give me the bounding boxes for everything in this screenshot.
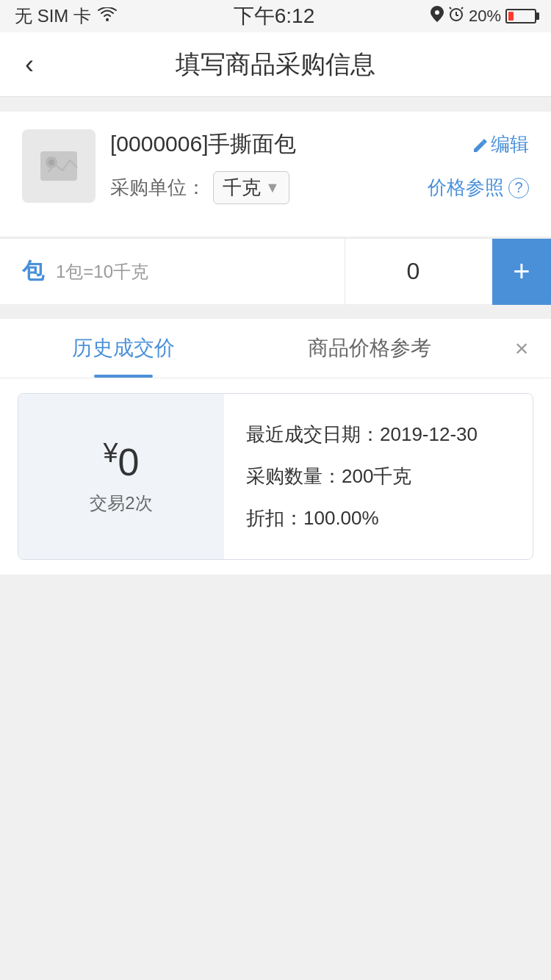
svg-point-0 bbox=[106, 18, 109, 21]
unit-value: 千克 bbox=[223, 175, 261, 201]
battery-icon bbox=[505, 9, 536, 24]
edit-label: 编辑 bbox=[491, 131, 529, 157]
page-title: 填写商品采购信息 bbox=[176, 48, 375, 82]
wifi-icon bbox=[97, 6, 118, 26]
location-icon bbox=[431, 6, 444, 26]
quantity-input[interactable] bbox=[345, 239, 492, 305]
product-section: [0000006]手撕面包 编辑 采购单位： 千克 ▼ bbox=[0, 112, 551, 237]
package-ratio-label: 1包=10千克 bbox=[56, 260, 148, 284]
discount-label: 折扣： bbox=[246, 507, 303, 529]
tab-history-price[interactable]: 历史成交价 bbox=[0, 319, 246, 378]
status-bar: 无 SIM 卡 下午6:12 bbox=[0, 0, 551, 32]
purchase-qty-label: 采购数量： bbox=[246, 465, 342, 487]
svg-point-1 bbox=[435, 10, 439, 15]
help-icon: ? bbox=[508, 178, 529, 198]
tabs-close-button[interactable]: × bbox=[492, 319, 551, 378]
product-header: [0000006]手撕面包 编辑 采购单位： 千克 ▼ bbox=[22, 129, 529, 204]
nav-bar: ‹ 填写商品采购信息 bbox=[0, 32, 551, 97]
svg-point-9 bbox=[48, 159, 54, 165]
carrier-label: 无 SIM 卡 bbox=[15, 4, 91, 28]
status-right: 20% bbox=[431, 6, 536, 26]
alarm-icon bbox=[448, 6, 464, 26]
back-button[interactable]: ‹ bbox=[18, 42, 41, 87]
tabs-header: 历史成交价 商品价格参考 × bbox=[0, 319, 551, 378]
purchase-qty-value: 200千克 bbox=[342, 465, 411, 487]
package-icon: 包 bbox=[22, 256, 44, 287]
price-card-left: ¥0 交易2次 bbox=[18, 394, 224, 559]
status-left: 无 SIM 卡 bbox=[15, 4, 118, 28]
battery-percent: 20% bbox=[469, 7, 501, 26]
product-thumbnail bbox=[22, 129, 96, 203]
price-card: ¥0 交易2次 最近成交日期：2019-12-30 采购数量：200千克 折扣：… bbox=[18, 393, 533, 560]
price-card-area: ¥0 交易2次 最近成交日期：2019-12-30 采购数量：200千克 折扣：… bbox=[0, 378, 551, 574]
tabs-section: 历史成交价 商品价格参考 × ¥0 交易2次 最近成交日期：2019-12-30 bbox=[0, 319, 551, 574]
main-content: [0000006]手撕面包 编辑 采购单位： 千克 ▼ bbox=[0, 112, 551, 980]
tab-price-reference[interactable]: 商品价格参考 bbox=[246, 319, 492, 378]
price-ref-label: 价格参照 bbox=[428, 175, 504, 201]
price-card-right: 最近成交日期：2019-12-30 采购数量：200千克 折扣：100.00% bbox=[224, 394, 533, 559]
tab-reference-label: 商品价格参考 bbox=[308, 334, 431, 362]
edit-button[interactable]: 编辑 bbox=[472, 131, 529, 157]
status-time: 下午6:12 bbox=[234, 2, 315, 30]
price-reference-button[interactable]: 价格参照 ? bbox=[428, 175, 529, 201]
quantity-section: 包 1包=10千克 + bbox=[0, 238, 551, 304]
trade-count: 交易2次 bbox=[90, 491, 152, 515]
discount-value: 100.00% bbox=[303, 507, 379, 529]
quantity-input-area: + bbox=[345, 239, 551, 304]
purchase-unit-label: 采购单位： bbox=[110, 175, 206, 201]
unit-select[interactable]: 千克 ▼ bbox=[213, 171, 289, 204]
currency-symbol: ¥ bbox=[104, 438, 118, 468]
purchase-unit-row: 采购单位： 千克 ▼ 价格参照 ? bbox=[110, 171, 529, 204]
purchase-qty-row: 采购数量：200千克 bbox=[246, 462, 511, 491]
tab-history-label: 历史成交价 bbox=[72, 334, 175, 362]
recent-date-value: 2019-12-30 bbox=[380, 423, 478, 445]
svg-line-6 bbox=[461, 7, 463, 9]
product-info: [0000006]手撕面包 编辑 采购单位： 千克 ▼ bbox=[110, 129, 529, 204]
svg-line-5 bbox=[450, 7, 451, 9]
recent-date-row: 最近成交日期：2019-12-30 bbox=[246, 420, 511, 449]
discount-row: 折扣：100.00% bbox=[246, 504, 511, 533]
price-amount: ¥0 bbox=[104, 438, 140, 484]
quantity-plus-button[interactable]: + bbox=[492, 239, 551, 305]
chevron-down-icon: ▼ bbox=[265, 179, 280, 196]
svg-rect-7 bbox=[40, 151, 77, 181]
product-name: [0000006]手撕面包 bbox=[110, 129, 296, 159]
recent-date-label: 最近成交日期： bbox=[246, 423, 380, 445]
product-name-row: [0000006]手撕面包 编辑 bbox=[110, 129, 529, 159]
quantity-label-area: 包 1包=10千克 bbox=[0, 256, 170, 287]
